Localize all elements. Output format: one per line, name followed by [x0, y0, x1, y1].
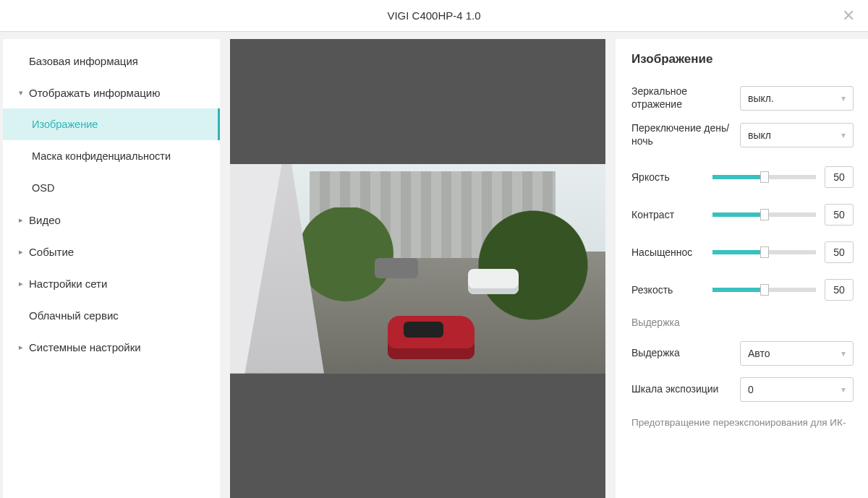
chevron-down-icon: ▾: [841, 130, 846, 140]
close-icon[interactable]: ✕: [842, 7, 855, 25]
chevron-down-icon: ▾: [841, 385, 846, 395]
slider-value-input[interactable]: 50: [825, 241, 854, 263]
sidebar-item-basic-info[interactable]: ▸ Базовая информация: [3, 45, 220, 77]
slider-contrast: Контраст 50: [631, 204, 854, 226]
sidebar-item-label: Изображение: [32, 119, 98, 130]
chevron-down-icon: ▾: [841, 93, 846, 103]
slider-saturation: Насыщеннос 50: [631, 241, 854, 263]
video-frame: [230, 164, 605, 374]
slider-label: Контраст: [631, 209, 704, 220]
select-daynight[interactable]: выкл ▾: [740, 123, 854, 147]
label-daynight: Переключение день/ночь: [631, 122, 740, 147]
sidebar-item-system-settings[interactable]: ▸ Системные настройки: [3, 331, 220, 363]
slider-fill: [712, 212, 765, 217]
sidebar-item-osd[interactable]: OSD: [3, 172, 220, 204]
sidebar-item-cloud-service[interactable]: ▸ Облачный сервис: [3, 299, 220, 331]
slider-label: Насыщеннос: [631, 246, 704, 258]
caret-right-icon: ▸: [16, 279, 26, 288]
sidebar-item-label: Событие: [29, 246, 74, 258]
sidebar: ▸ Базовая информация ▾ Отображать информ…: [3, 39, 220, 498]
section-exposure: Выдержка: [631, 317, 854, 328]
slider-thumb[interactable]: [760, 209, 769, 220]
caret-right-icon: ▸: [16, 247, 26, 257]
select-exposure[interactable]: Авто ▾: [740, 341, 854, 366]
scene-car: [468, 269, 519, 294]
video-preview: [230, 39, 605, 498]
sidebar-item-label: Базовая информация: [29, 55, 138, 67]
caret-down-icon: ▾: [16, 88, 26, 98]
scene-car: [375, 258, 418, 278]
sidebar-item-network-settings[interactable]: ▸ Настройки сети: [3, 267, 220, 299]
footer-note: Предотвращение переэкспонирования для ИК…: [631, 416, 854, 429]
slider-fill: [712, 288, 765, 292]
label-exposure: Выдержка: [631, 347, 740, 360]
slider-brightness: Яркость 50: [631, 166, 854, 188]
sidebar-item-label: Настройки сети: [29, 278, 107, 290]
sidebar-item-label: Маска конфиденциальности: [32, 150, 171, 162]
select-exposure-scale[interactable]: 0 ▾: [740, 377, 854, 402]
row-exposure: Выдержка Авто ▾: [631, 341, 854, 366]
slider-thumb[interactable]: [760, 246, 769, 258]
scene-car: [388, 316, 475, 359]
select-value: выкл.: [748, 93, 774, 104]
slider-sharpness: Резкость 50: [631, 279, 854, 301]
body: ▸ Базовая информация ▾ Отображать информ…: [0, 32, 868, 498]
sidebar-item-label: Системные настройки: [29, 341, 141, 353]
label-exposure-scale: Шкала экспозиции: [631, 383, 740, 396]
slider-value-input[interactable]: 50: [825, 279, 854, 301]
slider-fill: [712, 175, 765, 179]
sidebar-item-privacy-mask[interactable]: Маска конфиденциальности: [3, 140, 220, 172]
slider-track[interactable]: [712, 288, 816, 292]
sidebar-item-label: Отображать информацию: [29, 87, 160, 99]
slider-label: Резкость: [631, 284, 704, 296]
sidebar-item-event[interactable]: ▸ Событие: [3, 236, 220, 267]
select-value: Авто: [748, 348, 770, 359]
row-exposure-scale: Шкала экспозиции 0 ▾: [631, 377, 854, 402]
slider-track[interactable]: [712, 175, 816, 179]
slider-value-input[interactable]: 50: [825, 204, 854, 226]
row-daynight: Переключение день/ночь выкл ▾: [631, 122, 854, 147]
sidebar-item-label: OSD: [32, 182, 54, 194]
sidebar-item-image[interactable]: Изображение: [3, 108, 220, 140]
caret-right-icon: ▸: [16, 215, 26, 225]
select-value: 0: [748, 384, 754, 395]
slider-track[interactable]: [712, 212, 816, 217]
select-value: выкл: [748, 129, 771, 141]
slider-value-input[interactable]: 50: [825, 166, 854, 188]
slider-fill: [712, 250, 765, 254]
sidebar-item-label: Видео: [29, 214, 61, 226]
panel-title: Изображение: [631, 52, 854, 66]
settings-panel: Изображение Зеркальное отражение выкл. ▾…: [616, 39, 868, 498]
slider-label: Яркость: [631, 171, 704, 183]
header-title: VIGI C400HP-4 1.0: [387, 9, 480, 22]
sidebar-item-label: Облачный сервис: [29, 309, 119, 322]
header-bar: VIGI C400HP-4 1.0 ✕: [0, 0, 868, 32]
select-mirror[interactable]: выкл. ▾: [740, 86, 854, 111]
chevron-down-icon: ▾: [841, 348, 846, 359]
slider-track[interactable]: [712, 250, 816, 254]
sidebar-item-display-info[interactable]: ▾ Отображать информацию: [3, 77, 220, 108]
slider-thumb[interactable]: [760, 171, 769, 183]
slider-thumb[interactable]: [760, 284, 769, 296]
caret-right-icon: ▸: [16, 343, 26, 352]
label-mirror: Зеркальное отражение: [631, 85, 740, 111]
sidebar-item-video[interactable]: ▸ Видео: [3, 204, 220, 236]
row-mirror: Зеркальное отражение выкл. ▾: [631, 85, 854, 111]
